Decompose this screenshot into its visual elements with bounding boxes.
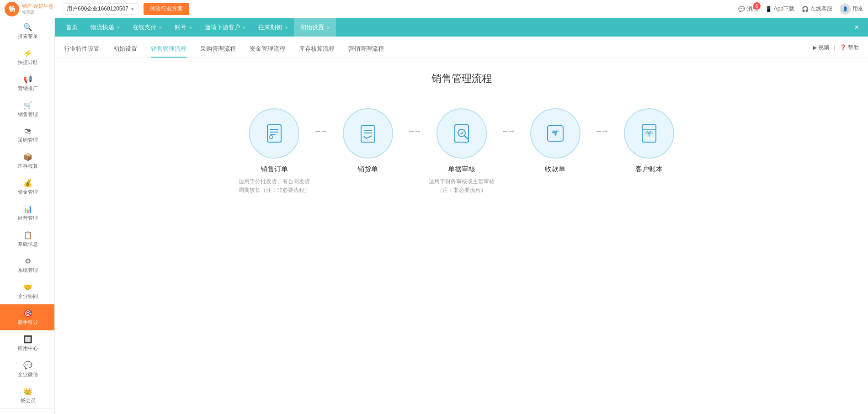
sidebar-label-3: 销售管理 <box>18 111 38 118</box>
sidebar-item-9[interactable]: ⚙系统管理 <box>0 252 54 278</box>
user-select-label: 用户690企业1660120507 <box>67 5 128 13</box>
user-select[interactable]: 用户690企业1660120507 ▼ <box>63 3 139 15</box>
sidebar-icon-7: 📊 <box>23 205 32 213</box>
online-service-label: 在线客服 <box>810 5 832 13</box>
close-tab-4[interactable]: × <box>243 25 246 30</box>
flow-step-4[interactable]: ¥ 客户账本 <box>612 108 686 177</box>
tab-help: ▶ 视频 | ❓ 帮助 <box>813 44 859 55</box>
content-tab-2[interactable]: 销售管理流程 <box>151 41 186 58</box>
flow-step-3[interactable]: ¥ 收款单 <box>519 108 592 177</box>
nav-item-2[interactable]: 在线支付× <box>126 18 168 37</box>
step-name-4: 客户账本 <box>635 165 663 174</box>
sidebar-item-5[interactable]: 📦库存核算 <box>0 148 54 174</box>
nav-item-6[interactable]: 初始设置× <box>294 18 336 37</box>
nav-label-6: 初始设置 <box>300 23 324 32</box>
content-tab-1[interactable]: 初始设置 <box>113 41 137 58</box>
download-icon: 📱 <box>765 6 772 12</box>
nav-item-1[interactable]: 物流快递× <box>84 18 126 37</box>
close-tab-1[interactable]: × <box>117 25 120 30</box>
sidebar-icon-12: 🔲 <box>23 335 32 344</box>
nav-label-0: 首页 <box>66 23 78 32</box>
flow-arrow-0: - - → <box>315 108 327 136</box>
nav-label-4: 邀请下游客户 <box>205 23 240 32</box>
step-circle-1 <box>343 108 393 159</box>
sidebar-item-3[interactable]: 🛒销售管理 <box>0 96 54 122</box>
online-service-button[interactable]: 🎧 在线客服 <box>802 5 832 13</box>
sidebar: 🔍搜索菜单⚡快捷导航📢营销推广🛒销售管理🛍采购管理📦库存核算💰资金管理📊经营管理… <box>0 18 55 414</box>
logo-icon: 畅 <box>5 2 19 16</box>
nav-label-1: 物流快递 <box>91 23 114 32</box>
user-name: 用友 <box>852 5 863 13</box>
sidebar-icon-0: 🔍 <box>23 23 32 32</box>
content-tab-6[interactable]: 营销管理流程 <box>348 41 384 58</box>
sidebar-item-1[interactable]: ⚡快捷导航 <box>0 44 54 70</box>
sidebar-item-11[interactable]: 🎯新手引导 <box>0 304 54 330</box>
sidebar-item-0[interactable]: 🔍搜索菜单 <box>0 18 54 44</box>
sidebar-icon-13: 💬 <box>23 361 32 370</box>
user-menu[interactable]: 👤 用友 <box>840 4 863 15</box>
sidebar-item-2[interactable]: 📢营销推广 <box>0 70 54 96</box>
help-button[interactable]: ❓ 帮助 <box>840 44 859 52</box>
sidebar-item-6[interactable]: 💰资金管理 <box>0 174 54 200</box>
step-name-2: 单据审核 <box>448 165 475 174</box>
step-name-1: 销货单 <box>357 165 378 174</box>
step-circle-2 <box>437 108 487 159</box>
close-tab-5[interactable]: × <box>285 25 288 30</box>
sidebar-label-2: 营销推广 <box>18 85 38 92</box>
sidebar-icon-3: 🛒 <box>23 101 32 110</box>
nav-label-5: 往来期初 <box>258 23 282 32</box>
close-tab-3[interactable]: × <box>189 25 192 30</box>
logo-sub: 标准版 <box>22 9 53 15</box>
sidebar-item-7[interactable]: 📊经营管理 <box>0 200 54 226</box>
svg-text:¥: ¥ <box>552 128 558 138</box>
sidebar-item-13[interactable]: 💬企业微信 <box>0 356 54 382</box>
video-label: 视频 <box>818 44 829 52</box>
sidebar-item-8[interactable]: 📋基础信息 <box>0 226 54 252</box>
flow-arrow-3: - - → <box>596 108 608 136</box>
content-tab-3[interactable]: 采购管理流程 <box>200 41 236 58</box>
sidebar-icon-14: 👑 <box>23 387 32 396</box>
step-circle-3: ¥ <box>530 108 580 159</box>
nav-item-5[interactable]: 往来期初× <box>252 18 294 37</box>
flow-step-0[interactable]: 销售订单 适用于分批发货、有合同发货周期较长（注：非必要流程） <box>238 108 311 195</box>
content-tab-0[interactable]: 行业特性设置 <box>64 41 100 58</box>
sidebar-icon-8: 📋 <box>23 231 32 239</box>
video-help-button[interactable]: ▶ 视频 <box>813 44 829 52</box>
nav-item-4[interactable]: 邀请下游客户× <box>198 18 252 37</box>
sidebar-item-14[interactable]: 👑畅会员 <box>0 382 54 409</box>
flow-arrow-1: - - → <box>409 108 421 136</box>
top-bar: 畅 畅库·诶好生意 标准版 用户690企业1660120507 ▼ 体验行业方案… <box>0 0 868 18</box>
nav-item-0[interactable]: 首页 <box>59 18 84 37</box>
step-desc-0: 适用于分批发货、有合同发货周期较长（注：非必要流程） <box>238 177 311 195</box>
nav-bar: 首页物流快递×在线支付×账号×邀请下游客户×往来期初×初始设置× × <box>55 18 868 37</box>
sidebar-label-8: 基础信息 <box>18 241 38 248</box>
sidebar-icon-5: 📦 <box>23 153 32 161</box>
sidebar-item-4[interactable]: 🛍采购管理 <box>0 122 54 148</box>
sidebar-icon-10: 🤝 <box>23 283 32 292</box>
sidebar-icon-2: 📢 <box>23 75 32 84</box>
help-label: 帮助 <box>848 44 859 52</box>
close-all-tabs-button[interactable]: × <box>850 23 863 32</box>
chevron-down-icon: ▼ <box>130 6 135 11</box>
flow-step-1[interactable]: 销货单 <box>331 108 405 177</box>
sidebar-label-6: 资金管理 <box>18 189 38 196</box>
nav-item-3[interactable]: 账号× <box>168 18 198 37</box>
question-icon: ❓ <box>840 44 847 51</box>
content-tab-5[interactable]: 库存核算流程 <box>299 41 335 58</box>
sidebar-label-5: 库存核算 <box>18 163 38 170</box>
play-icon: ▶ <box>813 44 817 51</box>
flow-container: 销售管理流程 销售订单 适用于分批发货、有合同发货周期较长（注：非必要流程） -… <box>55 58 868 208</box>
experience-button[interactable]: 体验行业方案 <box>144 3 189 15</box>
sidebar-bottom: ⚙ ◀◀ <box>0 409 54 414</box>
close-tab-6[interactable]: × <box>327 25 330 30</box>
messages-button[interactable]: 💬 消息 6 <box>738 5 758 13</box>
sidebar-item-12[interactable]: 🔲应用中心 <box>0 330 54 356</box>
close-tab-2[interactable]: × <box>159 25 162 30</box>
sidebar-label-11: 新手引导 <box>18 319 38 326</box>
sidebar-item-10[interactable]: 🤝企业协同 <box>0 278 54 304</box>
content-tab-4[interactable]: 资金管理流程 <box>250 41 285 58</box>
step-desc-2: 适用于财务审核或主管审核（注：非必要流程） <box>425 177 498 195</box>
app-download-button[interactable]: 📱 App下载 <box>765 5 794 13</box>
flow-step-2[interactable]: 单据审核 适用于财务审核或主管审核（注：非必要流程） <box>425 108 498 195</box>
step-circle-4: ¥ <box>624 108 674 159</box>
